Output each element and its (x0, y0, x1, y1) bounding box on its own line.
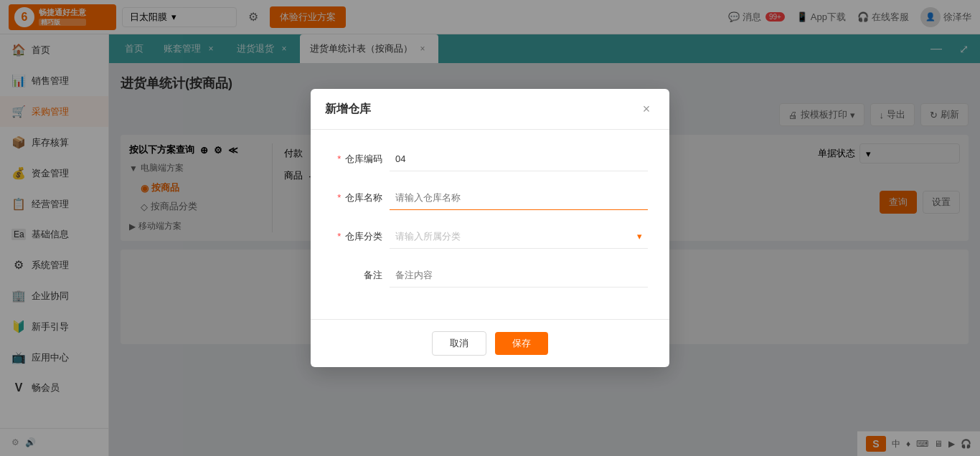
warehouse-modal: 新增仓库 × * 仓库编码 * 仓库名称 (311, 89, 669, 367)
modal-overlay: 新增仓库 × * 仓库编码 * 仓库名称 (0, 0, 980, 456)
warehouse-code-input[interactable] (390, 147, 648, 171)
modal-footer: 取消 保存 (311, 319, 669, 367)
select-chevron-icon: ▾ (637, 231, 642, 242)
warehouse-name-input[interactable] (390, 186, 648, 210)
warehouse-name-row: * 仓库名称 (332, 186, 648, 210)
cancel-button[interactable]: 取消 (432, 331, 486, 356)
warehouse-code-row: * 仓库编码 (332, 147, 648, 171)
modal-body: * 仓库编码 * 仓库名称 * 仓库分类 请输入所属 (311, 130, 669, 319)
warehouse-name-label: * 仓库名称 (332, 191, 390, 204)
warehouse-category-label: * 仓库分类 (332, 230, 390, 243)
warehouse-category-row: * 仓库分类 请输入所属分类 ▾ (332, 224, 648, 249)
remark-label: 备注 (332, 269, 390, 282)
modal-header: 新增仓库 × (311, 89, 669, 130)
modal-close-button[interactable]: × (638, 100, 655, 118)
category-placeholder: 请输入所属分类 (395, 230, 461, 243)
save-button[interactable]: 保存 (495, 332, 548, 355)
remark-input[interactable] (390, 263, 648, 288)
required-star-cat: * (337, 231, 341, 242)
warehouse-category-select[interactable]: 请输入所属分类 ▾ (390, 224, 648, 249)
warehouse-code-label: * 仓库编码 (332, 153, 390, 166)
required-star-name: * (337, 192, 341, 203)
modal-title: 新增仓库 (325, 102, 371, 117)
remark-row: 备注 (332, 263, 648, 288)
required-star: * (337, 153, 341, 164)
